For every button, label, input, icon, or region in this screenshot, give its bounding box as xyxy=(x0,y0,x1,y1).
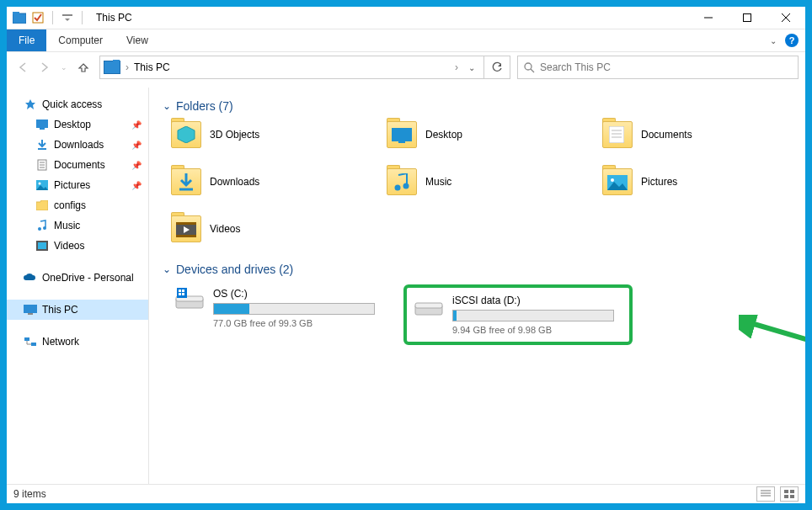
refresh-button[interactable] xyxy=(484,56,510,79)
breadcrumb-sep2[interactable]: › xyxy=(455,61,458,73)
pin-icon: 📌 xyxy=(131,141,142,150)
tab-computer-label: Computer xyxy=(58,35,103,46)
ribbon-tabs: File Computer View ⌄ ? xyxy=(7,29,805,52)
navtree-item-configs[interactable]: configs xyxy=(7,195,148,215)
navtree-quick-access: Quick access Desktop 📌 Downloads 📌 Docum… xyxy=(7,94,148,256)
close-button[interactable] xyxy=(767,7,805,29)
folder-downloads[interactable]: Downloads xyxy=(171,168,373,195)
maximize-button[interactable] xyxy=(728,7,767,29)
svg-rect-5 xyxy=(744,14,751,22)
folder-pictures-icon xyxy=(602,168,633,195)
folder-documents[interactable]: Documents xyxy=(602,121,804,148)
desktop-icon xyxy=(35,118,49,131)
network-icon xyxy=(24,335,37,348)
search-box[interactable]: Search This PC xyxy=(517,56,799,79)
downloads-icon xyxy=(35,138,49,151)
navtree-item-desktop[interactable]: Desktop 📌 xyxy=(7,114,148,135)
minimize-button[interactable] xyxy=(689,7,728,29)
svg-point-36 xyxy=(395,185,401,191)
drive-d-body: iSCSI data (D:) 9.94 GB free of 9.98 GB xyxy=(452,295,622,335)
folder-videos[interactable]: Videos xyxy=(171,215,373,242)
nav-back-button[interactable] xyxy=(17,61,29,73)
svg-rect-57 xyxy=(784,490,788,493)
search-icon xyxy=(523,61,535,73)
view-details-button[interactable] xyxy=(756,486,775,502)
tab-computer[interactable]: Computer xyxy=(46,29,115,51)
navtree-quick-access-label: Quick access xyxy=(42,98,102,110)
navtree-network[interactable]: Network xyxy=(7,332,148,352)
navtree-item-documents[interactable]: Documents 📌 xyxy=(7,155,148,175)
navigation-tree: Quick access Desktop 📌 Downloads 📌 Docum… xyxy=(7,88,149,485)
svg-point-37 xyxy=(403,183,409,189)
svg-rect-26 xyxy=(24,337,29,341)
group-folders-header[interactable]: ⌄ Folders (7) xyxy=(163,99,792,113)
navtree-this-pc[interactable]: This PC xyxy=(7,300,148,320)
titlebar: This PC xyxy=(7,7,805,29)
breadcrumb-this-pc[interactable]: This PC xyxy=(134,61,450,73)
folder-label: Desktop xyxy=(425,129,462,141)
videos-icon xyxy=(35,239,49,252)
system-menu-icon[interactable] xyxy=(12,10,27,25)
qat-customize-icon[interactable] xyxy=(60,10,75,25)
folder-pictures[interactable]: Pictures xyxy=(602,168,804,195)
ribbon-expand-icon[interactable]: ⌄ xyxy=(770,36,777,45)
nav-up-button[interactable] xyxy=(77,61,89,73)
chevron-down-icon: ⌄ xyxy=(163,263,171,275)
navigation-bar: ⌄ › This PC › ⌄ Search This PC xyxy=(7,52,805,82)
tab-view[interactable]: View xyxy=(115,29,160,51)
svg-marker-10 xyxy=(25,99,35,109)
navtree-onedrive[interactable]: OneDrive - Personal xyxy=(7,268,148,288)
drive-os-c[interactable]: OS (C:) 77.0 GB free of 99.3 GB xyxy=(171,284,387,332)
help-icon[interactable]: ? xyxy=(785,34,799,47)
pictures-icon xyxy=(35,178,49,192)
folder-label: Pictures xyxy=(641,176,677,188)
address-bar[interactable]: › This PC › ⌄ xyxy=(99,56,484,79)
svg-rect-50 xyxy=(182,293,184,295)
onedrive-icon xyxy=(24,271,37,284)
group-drives-header[interactable]: ⌄ Devices and drives (2) xyxy=(163,263,792,276)
tab-file[interactable]: File xyxy=(7,29,46,51)
folder-label: Videos xyxy=(210,223,240,235)
view-large-icons-button[interactable] xyxy=(780,486,799,502)
drive-d-name: iSCSI data (D:) xyxy=(452,295,622,306)
navtree-item-downloads[interactable]: Downloads 📌 xyxy=(7,135,148,155)
pin-icon: 📌 xyxy=(131,161,142,170)
svg-rect-49 xyxy=(179,293,181,295)
navtree-onedrive-group: OneDrive - Personal xyxy=(7,268,148,288)
svg-rect-1 xyxy=(13,12,19,14)
folder-music[interactable]: Music xyxy=(387,168,589,195)
navtree-quick-access-header[interactable]: Quick access xyxy=(7,94,148,114)
this-pc-icon xyxy=(24,303,37,316)
svg-rect-25 xyxy=(28,313,33,315)
folder-icon xyxy=(35,199,49,212)
navtree-this-pc-group: This PC xyxy=(7,300,148,320)
search-placeholder: Search This PC xyxy=(540,61,611,73)
navtree-item-pictures[interactable]: Pictures 📌 xyxy=(7,175,148,195)
folder-3d-objects[interactable]: 3D Objects xyxy=(171,121,373,148)
folder-label: 3D Objects xyxy=(210,129,259,141)
nav-recent-dropdown[interactable]: ⌄ xyxy=(61,63,67,72)
folder-desktop[interactable]: Desktop xyxy=(387,121,589,148)
folders-grid: 3D Objects Desktop Documents xyxy=(171,121,792,242)
nav-forward-button[interactable] xyxy=(39,61,51,73)
explorer-window: This PC File Computer View ⌄ ? xyxy=(0,0,812,510)
drive-iscsi-d[interactable]: iSCSI data (D:) 9.94 GB free of 9.98 GB xyxy=(403,284,633,345)
svg-rect-0 xyxy=(13,13,26,24)
svg-rect-29 xyxy=(392,128,412,141)
navtree-item-videos[interactable]: Videos xyxy=(7,236,148,256)
folder-videos-icon xyxy=(171,215,201,242)
address-dropdown-icon[interactable]: ⌄ xyxy=(463,63,480,72)
svg-rect-47 xyxy=(179,290,181,292)
qat-properties-icon[interactable] xyxy=(30,10,45,25)
svg-rect-60 xyxy=(790,495,794,498)
svg-point-39 xyxy=(611,178,614,182)
title-separator xyxy=(82,11,83,24)
group-folders-label: Folders (7) xyxy=(176,99,233,113)
navtree-item-label: Music xyxy=(54,220,80,231)
navtree-item-music[interactable]: Music xyxy=(7,215,148,236)
navtree-item-label: Videos xyxy=(54,240,84,252)
svg-point-8 xyxy=(525,63,532,70)
status-bar: 9 items xyxy=(7,484,805,503)
svg-rect-42 xyxy=(176,235,196,237)
drive-c-icon xyxy=(174,288,205,311)
